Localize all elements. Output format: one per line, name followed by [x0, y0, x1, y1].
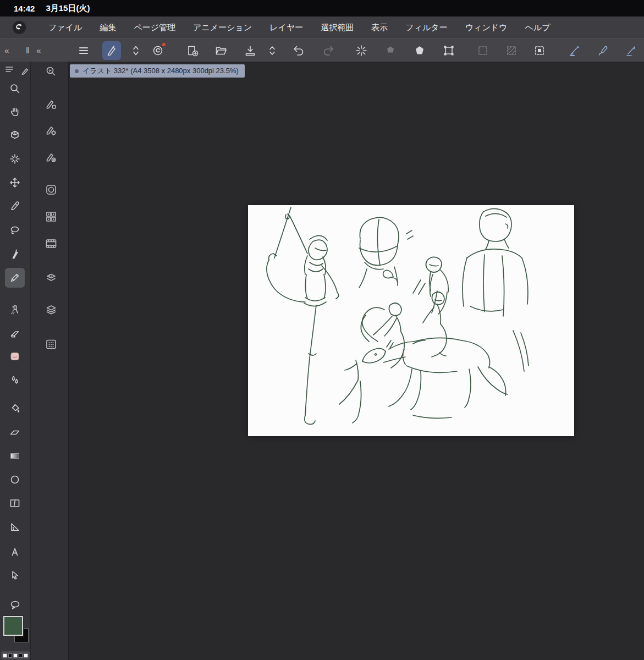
eyedropper-tool-icon[interactable] — [6, 197, 24, 215]
mini-swatch[interactable] — [24, 653, 28, 658]
line-correct-icon[interactable] — [565, 41, 584, 60]
pen-tool-icon[interactable] — [102, 41, 121, 60]
sub-tool-detail-icon[interactable] — [42, 122, 60, 140]
flat-marker-tool-icon[interactable] — [6, 424, 24, 441]
export-icon[interactable] — [241, 41, 260, 60]
collapse-left-icon-2[interactable]: « — [36, 45, 41, 57]
balloon-tool-icon[interactable] — [6, 596, 24, 614]
menu-bar: ファイル 編集 ページ管理 アニメーション レイヤー 選択範囲 表示 フィルター… — [0, 16, 644, 38]
pencil-tool-icon[interactable] — [5, 268, 25, 288]
watercolor-tool-icon[interactable] — [6, 371, 24, 389]
menu-view[interactable]: 表示 — [371, 23, 388, 33]
snap-icon — [381, 41, 400, 60]
quick-access-icon[interactable] — [42, 96, 60, 113]
mini-swatch[interactable] — [13, 653, 18, 658]
pen-tool-icon[interactable] — [6, 245, 24, 263]
menu-window[interactable]: ウィンドウ — [465, 23, 508, 33]
menu-filter[interactable]: フィルター — [405, 23, 447, 33]
mini-swatch[interactable] — [19, 653, 23, 658]
status-bar: 14:42 3月15日(火) — [0, 0, 644, 16]
brush-adjust-icon[interactable] — [594, 41, 613, 60]
open-file-icon[interactable] — [212, 41, 230, 60]
menu-selection[interactable]: 選択範囲 — [321, 23, 354, 33]
menu-animation[interactable]: アニメーション — [193, 23, 252, 33]
clip-studio-logo-icon[interactable] — [12, 20, 26, 35]
selection-outline-icon[interactable] — [530, 41, 549, 60]
palette-menu-icon[interactable] — [5, 65, 14, 76]
zoom-tool-icon[interactable] — [6, 80, 24, 97]
color-set-icon[interactable] — [42, 208, 60, 226]
material-icon[interactable] — [42, 336, 60, 353]
solid-brush-icon[interactable] — [410, 41, 429, 60]
color-history-strip[interactable] — [1, 651, 30, 659]
toolbar: « ‖ « — [0, 38, 644, 62]
palette-dock — [31, 62, 69, 660]
tool-property-icon[interactable] — [42, 181, 60, 199]
tool-palette — [0, 62, 31, 660]
main-menu-icon[interactable] — [74, 41, 93, 60]
mini-swatch[interactable] — [3, 653, 7, 658]
fill-tool-icon[interactable] — [6, 399, 24, 417]
menu-page-manage[interactable]: ページ管理 — [134, 23, 175, 33]
menu-layer[interactable]: レイヤー — [269, 23, 303, 33]
drawing-canvas[interactable] — [248, 205, 574, 436]
hand-tool-icon[interactable] — [6, 103, 24, 120]
lasso-selection-tool-icon[interactable] — [6, 222, 24, 239]
blend-tool-icon[interactable] — [6, 348, 24, 365]
navigator-icon[interactable] — [42, 63, 60, 80]
eraser-tool-icon[interactable] — [6, 324, 24, 342]
timeline-icon[interactable] — [42, 235, 60, 252]
foreground-color-swatch[interactable] — [3, 616, 23, 636]
layer-property-icon[interactable] — [42, 270, 60, 287]
new-canvas-icon[interactable] — [183, 41, 202, 60]
export-stepper-icon[interactable] — [263, 41, 282, 60]
grip-handle-icon[interactable]: ‖ — [26, 45, 29, 57]
clip-studio-icon[interactable] — [148, 41, 167, 60]
frame-border-tool-icon[interactable] — [6, 494, 24, 512]
text-tool-icon[interactable] — [6, 543, 24, 560]
gradient-tool-icon[interactable] — [6, 447, 24, 465]
object-operation-tool-icon[interactable] — [6, 566, 24, 584]
document-tab-label: イラスト 332* (A4 3508 x 2480px 300dpi 23.5%… — [82, 66, 239, 76]
ruler-tool-icon[interactable] — [6, 518, 24, 536]
mini-swatch[interactable] — [8, 653, 13, 658]
undo-icon[interactable] — [289, 41, 308, 60]
menu-edit[interactable]: 編集 — [100, 23, 116, 33]
sub-tool-icon[interactable] — [42, 149, 60, 167]
processing-icon[interactable] — [352, 41, 371, 60]
line-correct-icon-2[interactable] — [622, 41, 641, 60]
palette-edit-icon[interactable] — [21, 67, 29, 78]
notification-dot — [162, 43, 166, 46]
transform-icon[interactable] — [439, 41, 458, 60]
3d-operation-tool-icon[interactable] — [6, 127, 24, 144]
layers-icon[interactable] — [42, 301, 60, 319]
menu-file[interactable]: ファイル — [48, 23, 82, 33]
clock: 14:42 — [14, 4, 35, 13]
document-tab[interactable]: イラスト 332* (A4 3508 x 2480px 300dpi 23.5%… — [70, 64, 245, 78]
airbrush-tool-icon[interactable] — [6, 301, 24, 318]
collapse-left-icon[interactable]: « — [4, 45, 9, 57]
auto-select-tool-icon[interactable] — [6, 150, 24, 168]
canvas-area[interactable]: イラスト 332* (A4 3508 x 2480px 300dpi 23.5%… — [69, 62, 644, 660]
figure-tool-icon[interactable] — [6, 471, 24, 488]
selection-marquee-icon — [474, 41, 492, 60]
modified-indicator-dot — [75, 69, 79, 73]
date: 3月15日(火) — [46, 3, 90, 14]
gesture-sketch — [248, 205, 574, 436]
redo-icon — [319, 41, 338, 60]
move-tool-icon[interactable] — [6, 174, 24, 191]
menu-help[interactable]: ヘルプ — [525, 23, 550, 33]
selection-fill-icon — [502, 41, 521, 60]
size-stepper-icon[interactable] — [126, 41, 145, 60]
